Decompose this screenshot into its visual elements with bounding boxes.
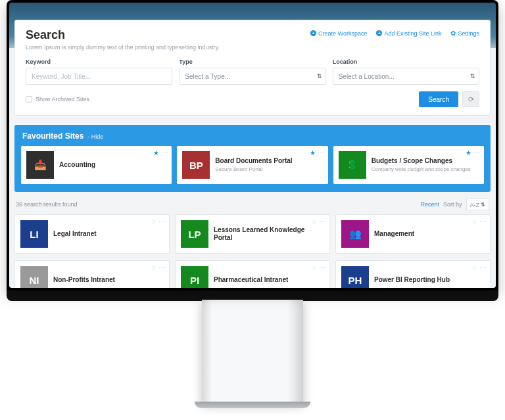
type-select[interactable]: Select a Type... ⇅	[179, 68, 325, 85]
star-icon[interactable]: ★	[466, 149, 471, 156]
more-icon[interactable]: ⋯	[161, 150, 168, 156]
site-card-body: Accounting	[59, 161, 95, 169]
results-meta: 36 search results found Recent Sort by A…	[14, 198, 491, 210]
favourites-row: 📥 Accounting ★ ⋯ BP Board Documents Port…	[21, 146, 484, 184]
site-card[interactable]: NI Non-Profits Intranet ☆ ⋯	[14, 260, 170, 288]
card-actions: ★ ⋯	[310, 149, 325, 156]
site-title: Lessons Learned Knowledge Portal	[214, 226, 324, 242]
favourites-hide-link[interactable]: - Hide	[87, 133, 103, 140]
site-tile: PI	[181, 266, 208, 288]
page: Search Lorem Ipsum is simply dummy text …	[9, 3, 496, 288]
card-actions: ☆ ⋯	[471, 264, 487, 271]
more-icon[interactable]: ⋯	[319, 219, 326, 225]
archived-checkbox-label[interactable]: Show Archived Sites	[26, 96, 89, 103]
location-selected: Select a Location...	[333, 68, 479, 85]
card-actions: ☆ ⋯	[311, 218, 326, 225]
site-title: Power BI Reporting Hub	[374, 276, 450, 284]
card-actions: ☆ ⋯	[151, 218, 166, 225]
site-title: Budgets / Scope Changes	[372, 157, 471, 165]
site-title: Pharmaceutical Intranet	[214, 276, 288, 284]
star-icon[interactable]: ★	[153, 149, 159, 156]
page-title: Search	[26, 28, 220, 42]
sort-label: Sort by	[443, 201, 462, 208]
star-icon[interactable]: ☆	[151, 264, 156, 271]
site-tile: BP	[182, 151, 210, 179]
search-actions: Search ⟳	[419, 91, 479, 107]
plus-icon: +	[376, 30, 382, 36]
search-title-block: Search Lorem Ipsum is simply dummy text …	[26, 28, 220, 51]
results-row: NI Non-Profits Intranet ☆ ⋯ PI Pharmaceu…	[14, 260, 491, 288]
card-actions: ☆ ⋯	[471, 218, 487, 225]
reset-button[interactable]: ⟳	[462, 91, 479, 107]
star-icon[interactable]: ☆	[471, 218, 477, 225]
keyword-input[interactable]	[26, 68, 172, 85]
site-tile: NI	[20, 266, 48, 288]
sort-select[interactable]: A-Z ⇅	[466, 198, 490, 210]
more-icon[interactable]: ⋯	[479, 265, 487, 271]
favourites-header: Favourited Sites - Hide	[21, 131, 484, 141]
site-description: Company wide budget and scope changes	[372, 166, 471, 173]
site-card-body: Legal Intranet	[53, 230, 97, 238]
archived-text: Show Archived Sites	[36, 96, 89, 103]
sort-value: A-Z	[466, 198, 490, 210]
search-card: Search Lorem Ipsum is simply dummy text …	[14, 20, 491, 116]
keyword-field: Keyword	[26, 58, 172, 85]
more-icon[interactable]: ⋯	[319, 265, 326, 271]
more-icon[interactable]: ⋯	[158, 265, 166, 271]
site-card[interactable]: PI Pharmaceutical Intranet ☆ ⋯	[175, 260, 330, 288]
star-icon[interactable]: ★	[310, 149, 316, 156]
type-field: Type Select a Type... ⇅	[179, 58, 325, 85]
plus-icon: +	[310, 30, 316, 36]
star-icon[interactable]: ☆	[471, 264, 477, 271]
site-card[interactable]: LP Lessons Learned Knowledge Portal ☆ ⋯	[175, 214, 330, 254]
card-actions: ☆ ⋯	[311, 264, 326, 271]
star-icon[interactable]: ☆	[151, 218, 156, 225]
recent-link[interactable]: Recent	[420, 201, 439, 208]
site-card[interactable]: 💲 Budgets / Scope Changes Company wide b…	[333, 146, 484, 184]
more-icon[interactable]: ⋯	[473, 150, 481, 156]
site-card[interactable]: PH Power BI Reporting Hub ☆ ⋯	[335, 260, 491, 288]
search-header: Search Lorem Ipsum is simply dummy text …	[26, 28, 479, 51]
monitor-base	[195, 402, 310, 408]
page-subtitle: Lorem Ipsum is simply dummy text of the …	[26, 44, 220, 51]
site-card[interactable]: 📥 Accounting ★ ⋯	[21, 146, 172, 184]
location-field: Location Select a Location... ⇅	[333, 58, 479, 85]
add-site-label: Add Existing Site Link	[384, 30, 441, 37]
favourites-panel: Favourited Sites - Hide 📥 Accounting ★ ⋯…	[14, 125, 491, 192]
site-card-body: Pharmaceutical Intranet	[214, 276, 288, 284]
site-tile: 💲	[339, 151, 366, 179]
site-title: Board Documents Portal	[215, 157, 292, 165]
site-tile: LI	[20, 220, 48, 248]
refresh-icon: ⟳	[468, 95, 474, 104]
star-icon[interactable]: ☆	[311, 218, 317, 225]
site-tile: PH	[341, 266, 369, 288]
more-icon[interactable]: ⋯	[318, 150, 325, 156]
create-workspace-link[interactable]: +Create Workspace	[310, 30, 367, 37]
location-select[interactable]: Select a Location... ⇅	[333, 68, 479, 85]
search-button[interactable]: Search	[419, 91, 458, 107]
results-row: LI Legal Intranet ☆ ⋯ LP Lessons Learned…	[14, 214, 491, 254]
site-title: Management	[374, 230, 414, 238]
site-card-body: Board Documents Portal Secure Board Port…	[215, 157, 292, 173]
site-card-body: Management	[374, 230, 414, 238]
site-card[interactable]: BP Board Documents Portal Secure Board P…	[177, 146, 327, 184]
screen: Search Lorem Ipsum is simply dummy text …	[9, 3, 496, 288]
site-card[interactable]: 👥 Management ☆ ⋯	[335, 214, 491, 254]
site-card-body: Lessons Learned Knowledge Portal	[214, 226, 324, 242]
filter-fields: Keyword Type Select a Type... ⇅ Location	[26, 58, 479, 85]
site-tile: 👥	[341, 220, 369, 248]
site-card-body: Power BI Reporting Hub	[374, 276, 450, 284]
site-card-body: Budgets / Scope Changes Company wide bud…	[372, 157, 471, 173]
more-icon[interactable]: ⋯	[479, 219, 487, 225]
more-icon[interactable]: ⋯	[158, 219, 166, 225]
archived-checkbox[interactable]	[26, 96, 32, 103]
add-site-link[interactable]: +Add Existing Site Link	[376, 30, 441, 37]
settings-link[interactable]: ✿Settings	[450, 30, 479, 37]
filter-row-2: Show Archived Sites Search ⟳	[26, 91, 479, 107]
site-title: Non-Profits Intranet	[53, 276, 115, 284]
site-card[interactable]: LI Legal Intranet ☆ ⋯	[14, 214, 170, 254]
card-actions: ★ ⋯	[466, 149, 481, 156]
star-icon[interactable]: ☆	[311, 264, 317, 271]
site-tile: LP	[181, 220, 208, 248]
gear-icon: ✿	[450, 30, 456, 37]
